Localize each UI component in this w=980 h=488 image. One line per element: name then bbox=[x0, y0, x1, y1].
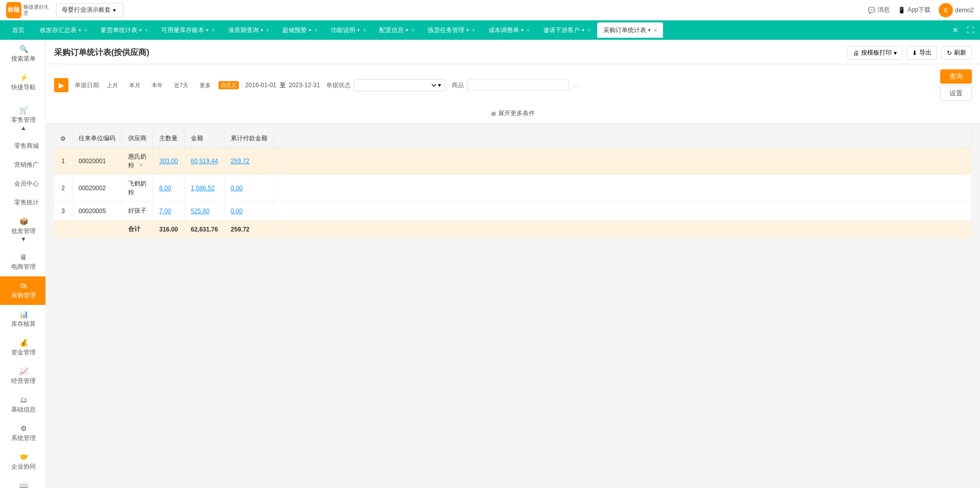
tab-expiry-query[interactable]: 保质期查询 ▾ × bbox=[222, 22, 276, 38]
tab-arrow-icon: ▾ bbox=[467, 28, 469, 33]
app-download-button[interactable]: 📱 App下载 bbox=[898, 6, 930, 14]
row-amount: 60,519.44 bbox=[184, 148, 224, 175]
goods-input[interactable] bbox=[467, 80, 569, 91]
tab-invite-downstream[interactable]: 邀请下游客户 ▾ × bbox=[537, 22, 597, 38]
sidebar-item-inventory[interactable]: 📊 库存核算 bbox=[0, 305, 45, 333]
row-extra bbox=[274, 175, 972, 202]
user-profile[interactable]: E demo2 bbox=[939, 3, 974, 17]
sidebar-item-enterprise-collab[interactable]: 🤝 企业协同 bbox=[0, 448, 45, 476]
shortcut-last-month[interactable]: 上月 bbox=[102, 80, 122, 91]
row-amount-link[interactable]: 525.80 bbox=[191, 208, 210, 215]
sidebar-item-retail-mall[interactable]: 零售商城 bbox=[0, 137, 45, 156]
tab-close-icon[interactable]: × bbox=[472, 28, 475, 33]
expand-row-icon[interactable]: ▼ bbox=[138, 162, 144, 169]
sidebar-member-label: 会员中心 bbox=[14, 179, 39, 188]
sidebar-system-label: 系统管理 bbox=[11, 434, 36, 443]
row-paid: 0.00 bbox=[225, 175, 274, 202]
shortcut-this-month[interactable]: 本月 bbox=[125, 80, 145, 91]
refresh-button[interactable]: ↻ 刷新 bbox=[941, 46, 972, 60]
row-amount-link[interactable]: 60,519.44 bbox=[191, 158, 218, 165]
footer-extra bbox=[274, 220, 972, 239]
tab-close-icon[interactable]: × bbox=[266, 28, 270, 33]
message-button[interactable]: 💬 消息 bbox=[868, 6, 890, 14]
sidebar-item-finance[interactable]: 💰 资金管理 bbox=[0, 333, 45, 362]
row-qty-link[interactable]: 7.00 bbox=[159, 208, 171, 215]
row-paid-link[interactable]: 0.00 bbox=[231, 185, 242, 192]
export-button[interactable]: ⬇ 导出 bbox=[906, 46, 937, 60]
sidebar-item-marketing[interactable]: 营销推广 bbox=[0, 156, 45, 174]
sidebar-item-search[interactable]: 🔍 搜索菜单 bbox=[0, 40, 45, 68]
sidebar-item-ecommerce[interactable]: 🖥 电商管理 bbox=[0, 248, 45, 276]
search-button[interactable]: 查询 bbox=[940, 69, 972, 84]
row-code: 00020001 bbox=[72, 148, 122, 175]
row-amount-link[interactable]: 1,586.52 bbox=[191, 185, 215, 192]
filter-collapse-button[interactable]: ▶ bbox=[54, 78, 68, 92]
sidebar-item-quick-nav[interactable]: ⚡ 快捷导航 bbox=[0, 68, 45, 97]
sidebar-item-system-mgmt[interactable]: ⚙ 系统管理 bbox=[0, 419, 45, 448]
wholesale-icon: 📦 bbox=[19, 217, 28, 225]
row-paid-link[interactable]: 0.00 bbox=[231, 208, 242, 215]
tab-available-stock[interactable]: 可用量库存账本 ▾ × bbox=[155, 22, 221, 38]
sidebar-item-purchase-mgmt[interactable]: 🛍 采购管理 bbox=[0, 276, 45, 305]
tab-purchase-stats[interactable]: 采购订单统计表 ▾ × bbox=[597, 22, 663, 38]
tab-close-icon[interactable]: × bbox=[145, 28, 148, 33]
tab-close-icon[interactable]: × bbox=[363, 28, 366, 33]
date-from: 2016-01-01 bbox=[245, 82, 276, 89]
tab-requisition-stats[interactable]: 要货单统计表 ▾ × bbox=[94, 22, 154, 38]
shortcut-7days[interactable]: 近7天 bbox=[169, 80, 193, 91]
nav-maximize-button[interactable]: ⛶ bbox=[965, 26, 976, 34]
row-paid-link[interactable]: 259.72 bbox=[231, 158, 250, 165]
status-select[interactable] bbox=[358, 81, 438, 89]
tab-close-icon[interactable]: × bbox=[212, 28, 215, 33]
tab-pick-task[interactable]: 拣货任务管理 ▾ × bbox=[422, 22, 481, 38]
row-qty-link[interactable]: 303.00 bbox=[159, 158, 178, 165]
tab-label: 可用量库存账本 bbox=[161, 26, 204, 35]
tab-home[interactable]: 首页 bbox=[4, 22, 33, 38]
row-supplier: 惠氏奶粉 ▼ bbox=[122, 148, 153, 175]
sidebar-item-retail-mgmt[interactable]: 🛒 零售管理 ▲ bbox=[0, 101, 45, 137]
sidebar-retail-mall-label: 零售商城 bbox=[14, 142, 39, 150]
row-paid: 0.00 bbox=[225, 202, 274, 220]
sidebar-item-retail-stats[interactable]: 零售统计 bbox=[0, 193, 45, 212]
tab-config-info[interactable]: 配置信息 ▾ × bbox=[373, 22, 421, 38]
table-footer-row: 合计 316.00 62,631.76 259.72 bbox=[54, 220, 972, 239]
tab-close-icon[interactable]: × bbox=[587, 28, 591, 33]
tab-close-icon[interactable]: × bbox=[654, 28, 657, 33]
settings-icon[interactable]: ⚙ bbox=[60, 135, 66, 142]
sidebar-item-member-center[interactable]: 会员中心 bbox=[0, 174, 45, 193]
sidebar-item-wholesale-mgmt[interactable]: 📦 批发管理 ▼ bbox=[0, 212, 45, 248]
footer-paid: 259.72 bbox=[225, 220, 274, 239]
row-qty-link[interactable]: 6.00 bbox=[159, 185, 171, 192]
shortcut-this-year[interactable]: 本年 bbox=[147, 80, 167, 91]
workspace-arrow-icon: ▾ bbox=[113, 7, 116, 14]
expand-conditions-button[interactable]: ⊕ 展开更多条件 bbox=[491, 109, 535, 118]
tab-close-icon[interactable]: × bbox=[84, 28, 87, 33]
tab-overstock-alert[interactable]: 超储预警 ▾ × bbox=[276, 22, 324, 38]
date-shortcuts: 上月 本月 本年 近7天 更多 bbox=[102, 80, 215, 91]
table-container: ⚙ 往来单位编码 供应商 主数量 金额 累计付款金额 1 00020001 bbox=[46, 123, 980, 488]
tab-function-desc[interactable]: 功能说明 ▾ × bbox=[325, 22, 372, 38]
operations-icon: 📈 bbox=[19, 367, 28, 375]
sidebar-item-operations[interactable]: 📈 经营管理 bbox=[0, 362, 45, 391]
template-print-button[interactable]: 🖨 按模板打印 ▾ bbox=[847, 46, 902, 60]
shortcut-more[interactable]: 更多 bbox=[195, 80, 215, 91]
footer-label: 合计 bbox=[122, 220, 153, 239]
row-num: 1 bbox=[54, 148, 72, 175]
tab-close-icon[interactable]: × bbox=[411, 28, 414, 33]
tab-collection-summary[interactable]: 收发存汇总表 ▾ × bbox=[34, 22, 93, 38]
tab-close-icon[interactable]: × bbox=[527, 28, 530, 33]
status-select-wrapper[interactable]: ▾ bbox=[354, 79, 446, 91]
tab-label: 功能说明 bbox=[331, 26, 355, 35]
tab-close-icon[interactable]: × bbox=[314, 28, 317, 33]
goods-more-icon[interactable]: … bbox=[572, 82, 578, 89]
sidebar-item-new-guide[interactable]: 📖 新手引导 bbox=[0, 476, 45, 488]
row-supplier: 飞鹤奶粉 bbox=[122, 175, 153, 202]
workspace-selector[interactable]: 母婴行业演示账套 ▾ bbox=[56, 3, 124, 17]
status-filter-label: 单据状态 bbox=[326, 81, 351, 90]
sidebar-item-basic-info[interactable]: 🗂 基础信息 bbox=[0, 391, 45, 419]
search-icon: 🔍 bbox=[19, 45, 28, 53]
workspace-name: 母婴行业演示账套 bbox=[62, 6, 111, 14]
settings-button[interactable]: 设置 bbox=[940, 86, 972, 101]
nav-close-button[interactable]: ✕ bbox=[950, 26, 961, 34]
tab-cost-adjust[interactable]: 成本调整单 ▾ × bbox=[482, 22, 536, 38]
